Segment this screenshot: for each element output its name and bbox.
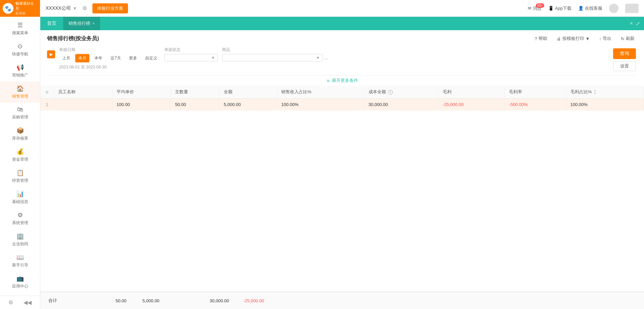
help-icon: ? [534, 36, 537, 41]
table-container: ☆ 员工名称 平均单价 主数量 全额 [40, 86, 644, 292]
filter-arrow-btn[interactable]: ▶ [47, 49, 55, 58]
sidebar-settings-btn[interactable]: ⚙ [8, 299, 13, 306]
footer-avg-price [85, 299, 112, 303]
operations-icon: 📋 [16, 169, 24, 176]
message-btn[interactable]: ✉ 消息 99+ [528, 5, 542, 11]
sidebar-item-system[interactable]: ⚙ 系统管理 [0, 208, 40, 229]
goods-filter-label: 商品 [222, 47, 328, 53]
online-service-btn[interactable]: 👤 在线客服 [578, 5, 602, 11]
col-gross-rate: 毛利率 [505, 86, 566, 99]
status-caret-icon: ▼ [211, 56, 215, 60]
sidebar-item-operations[interactable]: 📋 经营管理 [0, 166, 40, 187]
tab-close-icon[interactable]: × [92, 21, 95, 26]
filter-year-btn[interactable]: 本年 [91, 54, 105, 62]
quick-nav-icon: ⊙ [17, 43, 23, 50]
topbar-gear-icon[interactable]: ⚙ [82, 5, 87, 11]
base-info-icon: 📊 [16, 190, 24, 198]
app-download-icon: 📱 [548, 6, 554, 11]
logo-text: 畅康通好生意 [15, 1, 37, 11]
sales-icon: 🏠 [16, 85, 24, 92]
status-filter: 单据状态 ▼ [164, 47, 218, 61]
col-amount: 全额 [220, 86, 277, 99]
sidebar-item-marketing[interactable]: 📢 营销推广 [0, 60, 40, 82]
col-cost: 成本全额 i [364, 86, 438, 99]
cell-gross-pct: 100.00% [566, 99, 644, 111]
page-title: 销售排行榜(按业务员) [47, 35, 99, 42]
cell-avg-price: 100.00 [112, 99, 171, 111]
page-header: 销售排行榜(按业务员) ? 帮助 🖨 按模板打印 ▼ ↑ 导出 [40, 30, 644, 86]
sidebar-item-wechat[interactable]: 💬 企业微信 [0, 293, 40, 296]
app-center-icon: 📺 [16, 275, 24, 282]
sidebar-item-inventory[interactable]: 📦 库存核算 [0, 123, 40, 145]
goods-more-btn[interactable]: ... [324, 55, 328, 60]
date-range-text: 2023-06-01 至 2023-06-30 [59, 64, 160, 70]
sidebar-item-quick-nav[interactable]: ⊙ 快捷导航 [0, 39, 40, 60]
cell-amount: 5,000.00 [220, 99, 277, 111]
filter-custom-btn[interactable]: 自定义 [142, 54, 160, 62]
tabbar: 首页 销售排行榜 × × ⤢ [40, 17, 644, 30]
date-filter-label: 单据日期 [59, 47, 160, 53]
expand-more-btn[interactable]: ∨ 展开更多条件 [47, 75, 637, 86]
footer-label: 合计 [44, 296, 85, 306]
date-filter: 单据日期 上月 本月 本年 近7天 更多 自定义 2023-06-01 至 20… [59, 47, 160, 70]
footer-amount: 5,000.00 [138, 296, 172, 305]
cell-gross: -25,000.00 [438, 99, 505, 111]
company-selector[interactable]: XXXXX公司 ▼ [46, 5, 77, 11]
date-filter-controls: 上月 本月 本年 近7天 更多 自定义 [59, 54, 160, 62]
finance-icon: 💰 [16, 148, 24, 155]
topbar: XXXXX公司 ▼ ⚙ 体验行业方案 ✉ 消息 99+ 📱 App下载 👤 在线… [40, 0, 644, 17]
sidebar-collapse-btn[interactable]: ◀◀ [24, 299, 32, 306]
sidebar-item-search-order[interactable]: ☰ 搜索菜单 [0, 18, 40, 39]
table-row: 1 100.00 50.00 5,000.00 100.00% 30,000.0… [40, 99, 644, 111]
col-name: 员工名称 [54, 86, 112, 99]
sidebar-item-base-info[interactable]: 📊 基础信息 [0, 187, 40, 208]
filter-cur-month-btn[interactable]: 本月 [75, 54, 89, 62]
app-download-btn[interactable]: 📱 App下载 [548, 5, 571, 11]
service-label: 在线客服 [585, 5, 602, 11]
filter-prev-month-btn[interactable]: 上月 [59, 54, 73, 62]
tab-restore-icon[interactable]: ⤢ [636, 20, 640, 27]
sidebar-item-finance[interactable]: 💰 资金管理 [0, 145, 40, 166]
sidebar-item-sales[interactable]: 🏠 销售管理 [0, 82, 40, 103]
filter-more-btn[interactable]: 更多 [126, 54, 140, 62]
tab-home[interactable]: 首页 [40, 17, 63, 30]
export-icon: ↑ [599, 36, 602, 41]
settings-btn[interactable]: 设置 [613, 61, 636, 71]
refresh-btn[interactable]: ↻ 刷新 [618, 34, 637, 43]
main-area: XXXXX公司 ▼ ⚙ 体验行业方案 ✉ 消息 99+ 📱 App下载 👤 在线… [40, 0, 644, 309]
print-btn[interactable]: 🖨 按模板打印 ▼ [554, 34, 593, 43]
topbar-right: ✉ 消息 99+ 📱 App下载 👤 在线客服 [528, 4, 639, 13]
gross-pct-sort-icon[interactable]: ▲ ▼ [594, 89, 596, 95]
avatar[interactable] [609, 4, 618, 13]
tab-sales-rank[interactable]: 销售排行榜 × [63, 17, 100, 30]
help-btn[interactable]: ? 帮助 [532, 34, 550, 43]
status-select[interactable]: ▼ [164, 54, 218, 61]
trial-btn[interactable]: 体验行业方案 [92, 3, 128, 13]
company-arrow-icon: ▼ [73, 6, 77, 11]
message-icon: ✉ [528, 6, 531, 11]
company-name: XXXXX公司 [46, 5, 71, 11]
cell-gross-rate: -500.00% [505, 99, 566, 111]
sidebar-item-app-center[interactable]: 📺 应用中心 [0, 271, 40, 293]
print-icon: 🖨 [557, 36, 561, 41]
col-gross-pct: 毛利占比% ▲ ▼ [566, 86, 644, 99]
user-name-placeholder [625, 4, 639, 13]
query-actions: 查询 设置 [613, 47, 637, 71]
goods-select[interactable]: ▼ [222, 54, 323, 61]
goods-caret-icon: ▼ [316, 56, 320, 60]
tabbar-actions: × ⤢ [630, 20, 644, 27]
expand-icon: ∨ [327, 78, 330, 83]
sidebar: 🐾 畅康通好生意 标准版 ☰ 搜索菜单 ⊙ 快捷导航 📢 营销推广 🏠 销售管理… [0, 0, 40, 309]
sidebar-item-enterprise[interactable]: 🏢 企业协同 [0, 229, 40, 250]
query-btn[interactable]: 查询 [613, 48, 636, 59]
sidebar-item-guide[interactable]: 📖 新手引导 [0, 250, 40, 271]
tab-close-window-icon[interactable]: × [630, 20, 633, 27]
filter-7days-btn[interactable]: 近7天 [108, 54, 124, 62]
cost-info-icon[interactable]: i [388, 90, 393, 95]
cell-qty: 50.00 [171, 99, 220, 111]
system-icon: ⚙ [17, 211, 23, 219]
export-btn[interactable]: ↑ 导出 [597, 34, 614, 43]
sidebar-item-purchase[interactable]: 🛍 采购管理 [0, 103, 40, 123]
marketing-icon: 📢 [16, 64, 24, 71]
col-qty: 主数量 [171, 86, 220, 99]
